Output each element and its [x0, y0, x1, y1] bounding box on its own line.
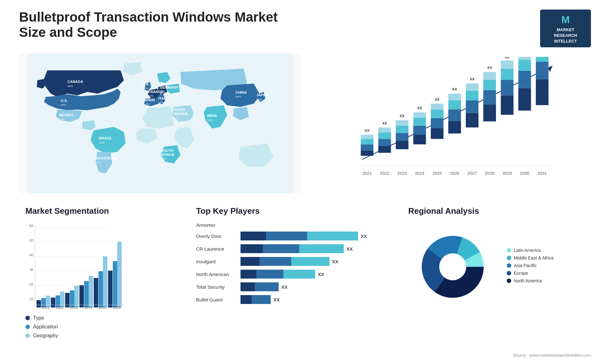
- uk-label: U.K.: [143, 82, 150, 86]
- page: Bulletproof Transaction Windows Market S…: [0, 0, 610, 364]
- segmentation-legend: Type Application Geography: [25, 315, 171, 339]
- svg-rect-39: [413, 112, 426, 118]
- player-name-insulgard: Insulgard: [196, 259, 241, 264]
- svg-text:50: 50: [30, 239, 33, 242]
- svg-text:2027: 2027: [468, 171, 477, 176]
- svg-rect-24: [378, 146, 391, 153]
- legend-europe-label: Europe: [514, 271, 528, 276]
- legend-asia-pacific: Asia Pacific: [507, 263, 553, 268]
- logo-letter: M: [546, 13, 585, 27]
- svg-text:xx%: xx%: [160, 90, 166, 93]
- top-section: CANADA xx% U.S. xx% MEXICO xx% BRAZIL xx…: [19, 54, 591, 193]
- japan-label: JAPAN: [256, 93, 268, 97]
- svg-rect-32: [396, 126, 409, 133]
- argentina-label: ARGENTINA: [96, 157, 118, 160]
- svg-text:XX: XX: [470, 77, 475, 81]
- legend-asia-pacific-label: Asia Pacific: [514, 263, 537, 268]
- svg-rect-56: [466, 91, 479, 100]
- legend-europe: Europe: [507, 271, 553, 276]
- svg-text:2031: 2031: [538, 171, 547, 176]
- logo-area: M MARKET RESEARCH INTELLECT: [540, 10, 591, 47]
- svg-rect-118: [117, 242, 122, 307]
- player-insulgard: Insulgard XX: [196, 257, 383, 266]
- mexico-label: MEXICO: [59, 113, 73, 117]
- svg-rect-74: [518, 60, 531, 71]
- svg-text:xx%: xx%: [96, 161, 101, 164]
- svg-text:2025: 2025: [99, 306, 106, 309]
- player-xx-cr: XX: [346, 246, 353, 252]
- svg-rect-69: [501, 61, 514, 69]
- svg-rect-108: [79, 285, 84, 307]
- player-xx-total-security: XX: [281, 284, 288, 290]
- legend-latin-america: Latin America: [507, 248, 553, 253]
- donut-center: [439, 253, 466, 280]
- legend-geography: Geography: [25, 333, 171, 339]
- svg-text:2023: 2023: [397, 171, 407, 176]
- svg-rect-68: [501, 69, 514, 80]
- svg-text:2022: 2022: [380, 171, 390, 176]
- player-name-bullet-guard: Bullet Guard: [196, 297, 241, 302]
- svg-text:2029: 2029: [503, 171, 512, 176]
- legend-geography-label: Geography: [33, 333, 58, 339]
- svg-rect-72: [518, 88, 531, 111]
- player-bullet-guard: Bullet Guard XX: [196, 295, 383, 304]
- svg-rect-49: [448, 110, 461, 121]
- svg-text:XX: XX: [365, 129, 370, 132]
- svg-text:60: 60: [30, 224, 33, 228]
- svg-rect-106: [74, 286, 79, 307]
- svg-text:2021: 2021: [42, 306, 49, 309]
- segmentation-section: Market Segmentation 60 50 40 30 20 10: [19, 203, 177, 349]
- svg-text:XX: XX: [417, 106, 423, 110]
- svg-rect-80: [536, 57, 549, 62]
- logo-line3: INTELLECT: [554, 39, 577, 44]
- svg-rect-75: [518, 57, 531, 60]
- svg-rect-96: [37, 300, 41, 307]
- legend-type: Type: [25, 315, 171, 321]
- canada-label: CANADA: [67, 80, 84, 84]
- legend-type-label: Type: [33, 315, 44, 321]
- svg-rect-110: [89, 276, 93, 307]
- player-name-armortex: Armortex: [196, 222, 241, 228]
- svg-rect-62: [484, 80, 496, 90]
- type-dot: [25, 316, 30, 320]
- svg-text:2022: 2022: [56, 306, 64, 309]
- us-label: U.S.: [61, 99, 68, 103]
- svg-rect-117: [113, 261, 117, 307]
- segmentation-chart: 60 50 40 30 20 10 2021: [25, 222, 152, 311]
- svg-rect-20: [361, 139, 374, 145]
- regional-title: Regional Analysis: [408, 206, 585, 216]
- key-players-section: Top Key Players Armortex Overly Door XX: [186, 203, 392, 349]
- donut-chart: [408, 222, 497, 311]
- svg-rect-50: [448, 100, 461, 110]
- player-armortex: Armortex: [196, 222, 383, 228]
- middle-east-dot: [507, 256, 511, 260]
- svg-text:xx%: xx%: [144, 103, 150, 106]
- svg-text:xx%: xx%: [99, 141, 105, 144]
- logo-box: M MARKET RESEARCH INTELLECT: [540, 10, 591, 47]
- svg-text:xx%: xx%: [158, 101, 164, 104]
- svg-rect-61: [484, 90, 496, 105]
- svg-text:AFRICA: AFRICA: [160, 153, 174, 157]
- svg-rect-79: [536, 62, 549, 79]
- saudi-label: SAUDI: [174, 108, 185, 112]
- svg-text:2024: 2024: [85, 306, 92, 309]
- latin-america-dot: [507, 248, 511, 253]
- brazil-label: BRAZIL: [99, 137, 112, 140]
- svg-text:xx%: xx%: [174, 116, 180, 120]
- svg-rect-44: [431, 110, 444, 118]
- svg-text:10: 10: [30, 297, 33, 301]
- svg-rect-36: [413, 135, 426, 144]
- svg-rect-104: [65, 293, 70, 307]
- player-name-total-security: Total Security: [196, 284, 241, 290]
- svg-rect-33: [396, 120, 409, 126]
- svg-text:2025: 2025: [433, 171, 442, 176]
- svg-text:xx%: xx%: [256, 98, 262, 101]
- svg-rect-38: [413, 118, 426, 126]
- svg-rect-21: [361, 135, 374, 139]
- svg-rect-54: [466, 113, 479, 128]
- svg-rect-18: [361, 151, 374, 156]
- player-north-american: North American XX: [196, 270, 383, 279]
- player-cr-laurence: CR Laurence XX: [196, 244, 383, 253]
- player-name-cr: CR Laurence: [196, 246, 241, 252]
- legend-north-america: North America: [507, 278, 553, 283]
